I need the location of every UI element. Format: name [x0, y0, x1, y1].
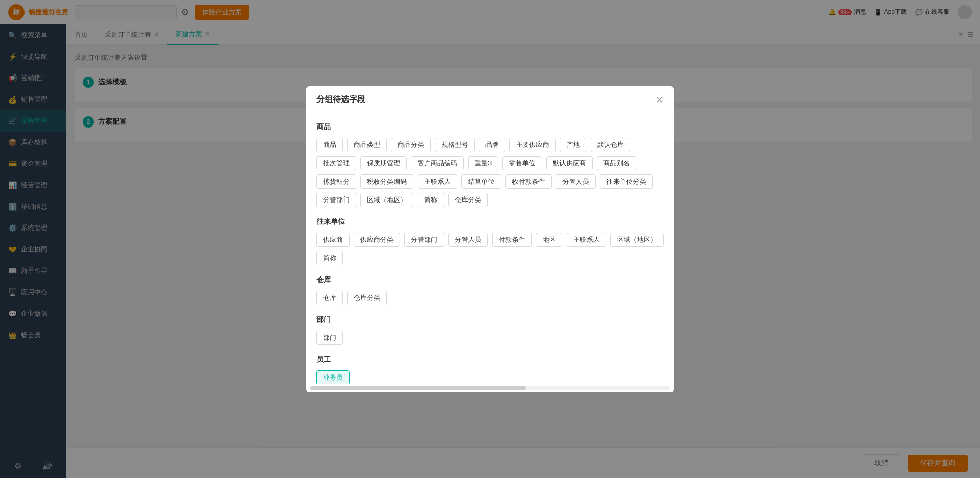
field-tag-partner-1[interactable]: 供应商分类 [354, 233, 400, 247]
field-tag-product-1[interactable]: 商品类型 [347, 138, 387, 152]
field-tags-warehouse: 仓库仓库分类 [316, 291, 664, 305]
field-tag-warehouse-1[interactable]: 仓库分类 [347, 291, 387, 305]
section-partner: 往来单位供应商供应商分类分管部门分管人员付款条件地区主联系人区域（地区）简称 [316, 217, 664, 265]
field-tag-product-18[interactable]: 结算单位 [461, 174, 501, 189]
section-title-warehouse: 仓库 [316, 275, 664, 285]
field-tag-product-12[interactable]: 零售单位 [502, 156, 542, 170]
field-tag-product-2[interactable]: 商品分类 [391, 138, 431, 152]
modal-title: 分组待选字段 [316, 94, 365, 105]
section-title-department: 部门 [316, 315, 664, 324]
section-employee: 员工业务员 [316, 355, 664, 384]
field-tag-partner-5[interactable]: 地区 [536, 233, 562, 247]
field-tag-product-6[interactable]: 产地 [560, 138, 586, 152]
field-tag-product-4[interactable]: 品牌 [479, 138, 505, 152]
section-product: 商品商品商品类型商品分类规格型号品牌主要供应商产地默认仓库批次管理保质期管理客户… [316, 122, 664, 207]
field-tags-employee: 业务员 [316, 370, 664, 384]
modal-header: 分组待选字段 ✕ [306, 86, 674, 114]
section-title-employee: 员工 [316, 355, 664, 364]
field-tag-partner-3[interactable]: 分管人员 [448, 233, 488, 247]
field-tag-product-9[interactable]: 保质期管理 [360, 156, 407, 170]
field-tag-product-14[interactable]: 商品别名 [597, 156, 636, 170]
modal-scrollbar-area [306, 384, 674, 392]
field-tags-department: 部门 [316, 331, 664, 345]
field-tag-product-24[interactable]: 简称 [418, 193, 444, 207]
section-department: 部门部门 [316, 315, 664, 345]
field-tag-partner-7[interactable]: 区域（地区） [610, 233, 664, 247]
field-tag-partner-0[interactable]: 供应商 [316, 233, 350, 247]
field-tag-product-0[interactable]: 商品 [316, 138, 343, 152]
field-tag-product-13[interactable]: 默认供应商 [546, 156, 593, 170]
modal-close-button[interactable]: ✕ [656, 94, 664, 106]
field-tag-product-19[interactable]: 收付款条件 [505, 174, 552, 189]
field-tag-partner-2[interactable]: 分管部门 [404, 233, 444, 247]
section-title-product: 商品 [316, 122, 664, 132]
modal: 分组待选字段 ✕ 商品商品商品类型商品分类规格型号品牌主要供应商产地默认仓库批次… [306, 86, 674, 392]
field-tag-employee-0[interactable]: 业务员 [316, 370, 350, 384]
field-tag-product-20[interactable]: 分管人员 [556, 174, 596, 189]
field-tag-product-5[interactable]: 主要供应商 [509, 138, 556, 152]
field-tag-product-21[interactable]: 往来单位分类 [600, 174, 653, 189]
field-tags-product: 商品商品类型商品分类规格型号品牌主要供应商产地默认仓库批次管理保质期管理客户商品… [316, 138, 664, 207]
section-warehouse: 仓库仓库仓库分类 [316, 275, 664, 305]
field-tag-product-25[interactable]: 仓库分类 [448, 193, 488, 207]
field-tag-product-16[interactable]: 税收分类编码 [360, 174, 413, 189]
field-tag-partner-6[interactable]: 主联系人 [567, 233, 606, 247]
field-tag-product-10[interactable]: 客户商品编码 [411, 156, 464, 170]
section-title-partner: 往来单位 [316, 217, 664, 227]
field-tag-product-15[interactable]: 拣货积分 [316, 174, 356, 189]
field-tag-product-22[interactable]: 分管部门 [316, 193, 356, 207]
field-tag-product-3[interactable]: 规格型号 [435, 138, 475, 152]
field-tag-department-0[interactable]: 部门 [316, 331, 343, 345]
field-tag-partner-8[interactable]: 简称 [316, 251, 343, 265]
modal-body: 商品商品商品类型商品分类规格型号品牌主要供应商产地默认仓库批次管理保质期管理客户… [306, 114, 674, 384]
field-tag-partner-4[interactable]: 付款条件 [492, 233, 532, 247]
field-tag-product-8[interactable]: 批次管理 [316, 156, 356, 170]
modal-overlay: 分组待选字段 ✕ 商品商品商品类型商品分类规格型号品牌主要供应商产地默认仓库批次… [0, 0, 980, 478]
field-tag-product-17[interactable]: 主联系人 [418, 174, 457, 189]
field-tag-product-23[interactable]: 区域（地区） [360, 193, 413, 207]
field-tag-product-11[interactable]: 重量3 [468, 156, 498, 170]
field-tag-product-7[interactable]: 默认仓库 [591, 138, 630, 152]
field-tags-partner: 供应商供应商分类分管部门分管人员付款条件地区主联系人区域（地区）简称 [316, 233, 664, 265]
field-tag-warehouse-0[interactable]: 仓库 [316, 291, 343, 305]
